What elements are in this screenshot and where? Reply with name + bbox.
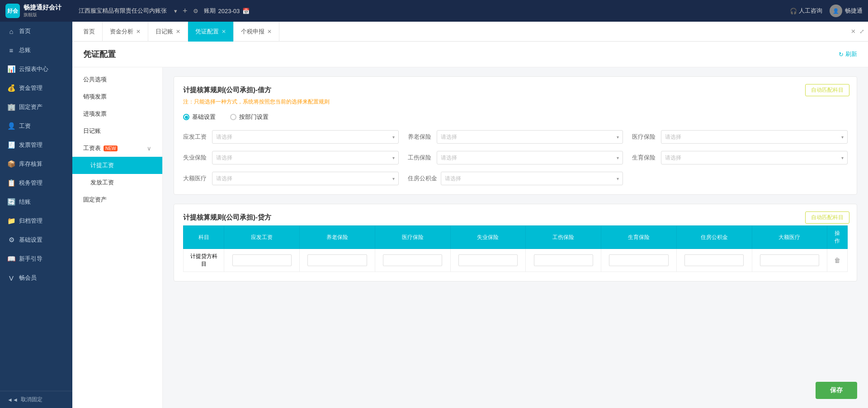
input-maternity[interactable] xyxy=(609,254,668,266)
sidebar-item-assets[interactable]: 🏢 固定资产 xyxy=(0,98,72,117)
expand-window-icon[interactable]: ⤢ xyxy=(859,28,864,35)
delete-row-icon[interactable]: 🗑 xyxy=(834,257,840,264)
col-pension: 养老保险 xyxy=(300,226,375,249)
calendar-icon[interactable]: 📅 xyxy=(242,8,250,14)
left-nav-sales-invoice[interactable]: 销项发票 xyxy=(72,88,162,105)
field-unemployment-select[interactable]: 请选择 ▾ xyxy=(212,151,399,164)
save-button[interactable]: 保存 xyxy=(816,382,857,399)
field-big-medical-select[interactable]: 请选择 ▾ xyxy=(212,172,399,185)
input-medical[interactable] xyxy=(383,254,442,266)
debit-auto-match-button[interactable]: 自动匹配科目 xyxy=(805,84,849,96)
left-nav-journal[interactable]: 日记账 xyxy=(72,122,162,140)
tab-journal[interactable]: 日记账 ✕ xyxy=(148,22,188,42)
app-logo-text: 畅捷通好会计 xyxy=(24,4,61,12)
radio-group: 基础设置 按部门设置 xyxy=(183,113,848,121)
tab-tax-declaration[interactable]: 个税申报 ✕ xyxy=(234,22,279,42)
content-body: 公共选项 销项发票 进项发票 日记账 工资表 NEW ∨ xyxy=(72,67,868,408)
field-big-medical-placeholder: 请选择 xyxy=(216,175,232,183)
sidebar-item-guide[interactable]: 📖 新手引导 xyxy=(0,249,72,268)
field-wage-placeholder: 请选择 xyxy=(216,133,232,141)
expand-salary-table-arrow[interactable]: ∨ xyxy=(147,145,151,152)
field-wage: 应发工资 请选择 ▾ xyxy=(183,130,399,144)
sidebar-item-funds[interactable]: 💰 资金管理 xyxy=(0,79,72,98)
field-pension: 养老保险 请选择 ▾ xyxy=(408,130,623,144)
period-info: 账期 2023-03 📅 xyxy=(204,7,250,15)
left-nav-public[interactable]: 公共选项 xyxy=(72,71,162,88)
avatar: 👤 xyxy=(830,5,842,17)
sidebar-item-tax[interactable]: 📋 税务管理 xyxy=(0,174,72,192)
field-injury-label: 工伤保险 xyxy=(408,154,433,162)
refresh-button[interactable]: ↻ 刷新 xyxy=(839,50,857,58)
sidebar-label-settings: 基础设置 xyxy=(19,236,42,244)
add-tab-button[interactable]: + xyxy=(183,6,188,16)
left-nav-pay-salary[interactable]: 发放工资 xyxy=(72,174,162,191)
content-area: 首页 资金分析 ✕ 日记账 ✕ 凭证配置 ✕ 个税申报 ✕ ✕ ⤢ xyxy=(72,22,868,408)
input-big-medical[interactable] xyxy=(760,254,819,266)
tab-home[interactable]: 首页 xyxy=(76,22,103,42)
field-pension-select[interactable]: 请选择 ▾ xyxy=(437,130,623,144)
input-injury[interactable] xyxy=(534,254,593,266)
sidebar-item-ledger[interactable]: ≡ 总账 xyxy=(0,41,72,60)
col-maternity: 生育保险 xyxy=(601,226,677,249)
left-nav-accrue-salary[interactable]: 计提工资 xyxy=(72,157,162,174)
field-medical-select[interactable]: 请选择 ▾ xyxy=(661,130,848,144)
close-window-icon[interactable]: ✕ xyxy=(851,28,856,35)
cell-housing xyxy=(676,249,752,272)
sidebar-item-settings[interactable]: ⚙ 基础设置 xyxy=(0,230,72,249)
radio-by-dept[interactable]: 按部门设置 xyxy=(230,113,269,121)
ai-consult-button[interactable]: 🎧 人工咨询 xyxy=(790,7,822,15)
field-injury-select[interactable]: 请选择 ▾ xyxy=(437,151,623,164)
left-nav-fixed-assets[interactable]: 固定资产 xyxy=(72,191,162,208)
field-medical-arrow: ▾ xyxy=(841,135,844,140)
tab-funds-analysis[interactable]: 资金分析 ✕ xyxy=(103,22,148,42)
row-label-cell: 计提贷方科目 xyxy=(184,249,224,272)
input-housing[interactable] xyxy=(684,254,744,266)
input-pension[interactable] xyxy=(307,254,367,266)
user-label: 畅捷通 xyxy=(845,7,863,15)
sidebar-item-inventory[interactable]: 📦 库存核算 xyxy=(0,155,72,174)
tab-journal-close[interactable]: ✕ xyxy=(176,28,180,35)
field-injury-placeholder: 请选择 xyxy=(441,154,457,162)
tab-funds-close[interactable]: ✕ xyxy=(136,28,141,35)
settings-icon[interactable]: ⚙ xyxy=(193,8,198,14)
tab-voucher-close[interactable]: ✕ xyxy=(222,28,226,35)
sidebar-item-archive[interactable]: 📁 归档管理 xyxy=(0,211,72,230)
field-maternity-select[interactable]: 请选择 ▾ xyxy=(661,151,848,164)
sidebar-label-ledger: 总账 xyxy=(19,46,31,54)
sidebar-item-reports[interactable]: 📊 云报表中心 xyxy=(0,60,72,79)
field-medical-placeholder: 请选择 xyxy=(665,133,681,141)
tab-home-label: 首页 xyxy=(83,28,95,36)
company-dropdown-arrow[interactable]: ▾ xyxy=(174,8,177,14)
col-big-medical: 大额医疗 xyxy=(752,226,827,249)
tab-voucher-config[interactable]: 凭证配置 ✕ xyxy=(188,22,234,42)
credit-section: 计提核算规则(公司承担)-贷方 自动匹配科目 科目 应发工资 养老保险 医疗保险… xyxy=(174,204,857,281)
radio-by-dept-circle xyxy=(230,114,236,120)
radio-by-dept-label: 按部门设置 xyxy=(239,113,269,121)
cancel-fixed-button[interactable]: ◄◄ 取消固定 xyxy=(0,391,72,408)
input-unemployment[interactable] xyxy=(458,254,518,266)
sidebar-item-closing[interactable]: 🔄 结账 xyxy=(0,192,72,211)
radio-basic-circle xyxy=(183,114,189,120)
field-wage-arrow: ▾ xyxy=(392,135,395,140)
col-operation: 操作 xyxy=(827,226,848,249)
table-row: 计提贷方科目 🗑 xyxy=(184,249,848,272)
field-housing-fund-select[interactable]: 请选择 ▾ xyxy=(441,172,623,185)
input-wage[interactable] xyxy=(232,254,292,266)
window-controls: ✕ ⤢ xyxy=(851,28,864,35)
sidebar-item-vip[interactable]: V 畅会员 xyxy=(0,268,72,287)
left-nav-purchase-invoice[interactable]: 进项发票 xyxy=(72,105,162,122)
sidebar-item-home[interactable]: ⌂ 首页 xyxy=(0,22,72,41)
tab-tax-close[interactable]: ✕ xyxy=(267,28,272,35)
sidebar-item-invoice[interactable]: 🧾 发票管理 xyxy=(0,136,72,155)
credit-auto-match-button[interactable]: 自动匹配科目 xyxy=(805,211,849,224)
left-nav-salary-table[interactable]: 工资表 NEW ∨ xyxy=(72,140,162,157)
sidebar-label-inventory: 库存核算 xyxy=(19,160,42,168)
radio-basic[interactable]: 基础设置 xyxy=(183,113,216,121)
field-wage-select[interactable]: 请选择 ▾ xyxy=(212,130,399,144)
field-pension-arrow: ▾ xyxy=(617,135,619,140)
cell-unemployment xyxy=(450,249,526,272)
sidebar-item-salary[interactable]: 👤 工资 xyxy=(0,117,72,136)
left-nav-purchase-label: 进项发票 xyxy=(83,110,107,118)
left-nav: 公共选项 销项发票 进项发票 日记账 工资表 NEW ∨ xyxy=(72,67,163,408)
col-unemployment: 失业保险 xyxy=(450,226,526,249)
